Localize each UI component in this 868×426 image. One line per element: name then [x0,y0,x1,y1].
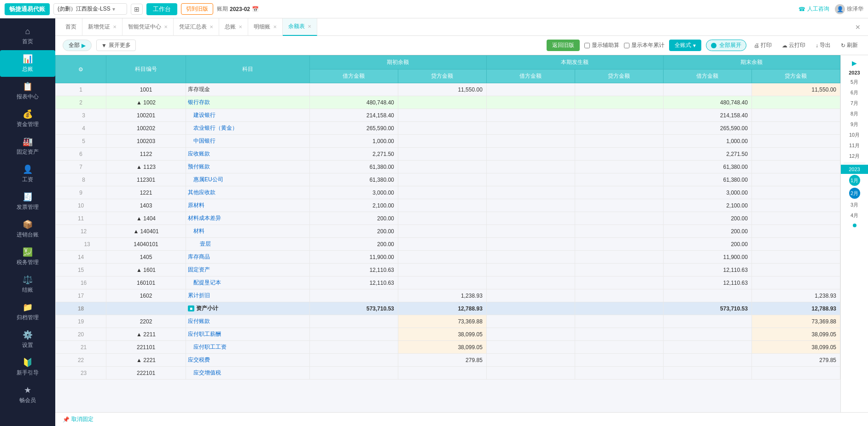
subject-link[interactable]: 应交增值税 [193,369,221,376]
row-name-13[interactable]: 库存商品 [186,251,309,264]
subject-link[interactable]: 应付职工薪酬 [188,331,221,337]
tab-smart-voucher[interactable]: 智能凭证中心 ✕ [122,18,174,36]
cloud-print-button[interactable]: ☁ 云打印 [779,40,808,51]
row-name-18[interactable]: 应付账款 [186,315,309,328]
user-menu[interactable]: 👤 徐泽华 [835,4,863,14]
tab-new-voucher[interactable]: 新增凭证 ✕ [82,18,122,36]
month-4[interactable]: 4月 [841,210,868,221]
row-name-16[interactable]: 累计折旧 [186,289,309,302]
sidebar-item-member[interactable]: ★ 畅会员 [0,381,55,408]
year-2023-active[interactable]: 2023 [841,165,868,174]
sidebar-item-invoice[interactable]: 🧾 发票管理 [0,188,55,215]
row-name-19[interactable]: 应付职工薪酬 [186,328,309,341]
subject-link[interactable]: 中国银行 [193,138,216,144]
copy-icon[interactable]: ⊞ [131,4,143,15]
month-5[interactable]: 5月 [841,77,868,87]
row-name-3[interactable]: 农业银行（黄金） [186,122,309,135]
row-name-9[interactable]: 原材料 [186,199,309,212]
month-10[interactable]: 10月 [841,130,868,140]
row-name-2[interactable]: 建设银行 [186,109,309,122]
sidebar-item-tax[interactable]: 💹 税务管理 [0,243,55,270]
row-name-6[interactable]: 预付账款 [186,161,309,173]
show-year-checkbox-label[interactable]: 显示本年累计 [624,41,664,49]
row-name-15[interactable]: 配提垦记本 [186,276,309,289]
workbench-button[interactable]: 工作台 [146,3,177,15]
row-name-22[interactable]: 应交增值税 [186,367,309,380]
row-name-10[interactable]: 材料成本差异 [186,212,309,225]
subject-link[interactable]: 库存商品 [188,253,210,260]
subject-link[interactable]: 银行存款 [188,99,210,105]
month-9[interactable]: 9月 [841,119,868,130]
show-aux-checkbox-label[interactable]: 显示辅助算 [584,41,619,49]
tab-balance-table-close[interactable]: ✕ [308,24,311,29]
right-panel-expand-icon[interactable]: ▶ [850,58,859,69]
row-name-20[interactable]: 应付职工工资 [186,341,309,354]
sidebar-item-inventory[interactable]: 📦 进销台账 [0,216,55,242]
subject-link[interactable]: 惠属EU公司 [193,176,223,183]
expand-all-toggle[interactable]: 全部展开 [706,40,746,51]
month-3[interactable]: 3月 [841,200,868,210]
print-button[interactable]: 🖨 打印 [751,40,775,51]
month-1[interactable]: 1月 [849,175,860,186]
row-name-11[interactable]: 材料 [186,225,309,238]
month-7[interactable]: 7月 [841,98,868,109]
month-12[interactable]: 12月 [841,151,868,161]
subject-link[interactable]: 材料 [193,228,204,234]
subject-link[interactable]: 农业银行（黄金） [193,125,238,131]
month-11[interactable]: 11月 [841,140,868,151]
month-8[interactable]: 8月 [841,109,868,119]
export-button[interactable]: ↓ 导出 [813,40,833,51]
subject-link[interactable]: 应付职工工资 [193,344,227,350]
sidebar-item-assets[interactable]: 🏭 固定资产 [0,133,55,160]
close-all-tabs[interactable]: ✕ [852,23,863,31]
sidebar-item-guide[interactable]: 🔰 新手引导 [0,354,55,380]
row-name-14[interactable]: 固定资产 [186,264,309,276]
tab-voucher-summary[interactable]: 凭证汇总表 ✕ [174,18,219,36]
sidebar-item-funds[interactable]: 💰 资金管理 [0,105,55,132]
tab-general-ledger[interactable]: 总账 ✕ [219,18,248,36]
subject-link[interactable]: 应收账款 [188,150,210,157]
service-button[interactable]: ☎ 人工咨询 [798,5,829,13]
subject-link[interactable]: 原材料 [188,202,204,208]
subject-link[interactable]: 固定资产 [188,266,210,273]
row-name-1[interactable]: 银行存款 [186,96,309,109]
row-name-7[interactable]: 惠属EU公司 [186,173,309,186]
subject-link[interactable]: 其他应收款 [188,189,216,196]
subject-link[interactable]: 壹层 [200,241,211,247]
sidebar-item-home[interactable]: ⌂ 首页 [0,23,55,49]
subject-link[interactable]: 建设银行 [193,112,216,118]
sidebar-item-settings[interactable]: ⚙️ 设置 [0,326,55,353]
tab-voucher-summary-close[interactable]: ✕ [210,24,213,29]
tab-new-voucher-close[interactable]: ✕ [113,24,117,29]
return-old-button[interactable]: 返回旧版 [547,40,580,51]
tab-smart-voucher-close[interactable]: ✕ [164,24,168,29]
tab-balance-table[interactable]: 余额表 ✕ [283,18,317,36]
month-2-active[interactable]: 2月 [849,188,860,199]
row-name-8[interactable]: 其他应收款 [186,186,309,199]
sidebar-item-ledger[interactable]: 📊 总账 [0,50,55,77]
tab-general-ledger-close[interactable]: ✕ [239,24,242,29]
show-year-checkbox[interactable] [624,43,629,48]
expand-more-button[interactable]: ▼ 展开更多 [96,40,136,51]
tab-home[interactable]: 首页 [60,18,82,36]
full-style-button[interactable]: 全账式 ▾ [669,40,701,51]
refresh-button[interactable]: ↻ 刷新 [838,40,861,51]
subject-link[interactable]: 预付账款 [188,163,210,170]
company-selector[interactable]: (勿删）江西股金-LSS ▾ [53,3,127,15]
subject-link[interactable]: 应付账款 [188,318,210,324]
subject-link[interactable]: 材料成本差异 [188,215,221,221]
cancel-pin-button[interactable]: 📌 取消固定 [63,415,93,423]
row-name-4[interactable]: 中国银行 [186,135,309,148]
show-aux-checkbox[interactable] [584,43,590,48]
subject-link[interactable]: 累计折旧 [188,292,210,299]
sidebar-item-close[interactable]: ⚖️ 结账 [0,271,55,298]
sidebar-item-salary[interactable]: 👤 工资 [0,161,55,187]
tab-detail-ledger[interactable]: 明细账 ✕ [248,18,283,36]
tab-detail-ledger-close[interactable]: ✕ [273,24,277,29]
subject-link[interactable]: 应交税费 [188,357,210,363]
row-name-21[interactable]: 应交税费 [186,354,309,367]
switch-version-button[interactable]: 切到旧版 [181,3,213,15]
sidebar-item-archive[interactable]: 📁 归档管理 [0,299,55,325]
row-name-5[interactable]: 应收账款 [186,148,309,161]
row-name-12[interactable]: 壹层 [186,238,309,251]
